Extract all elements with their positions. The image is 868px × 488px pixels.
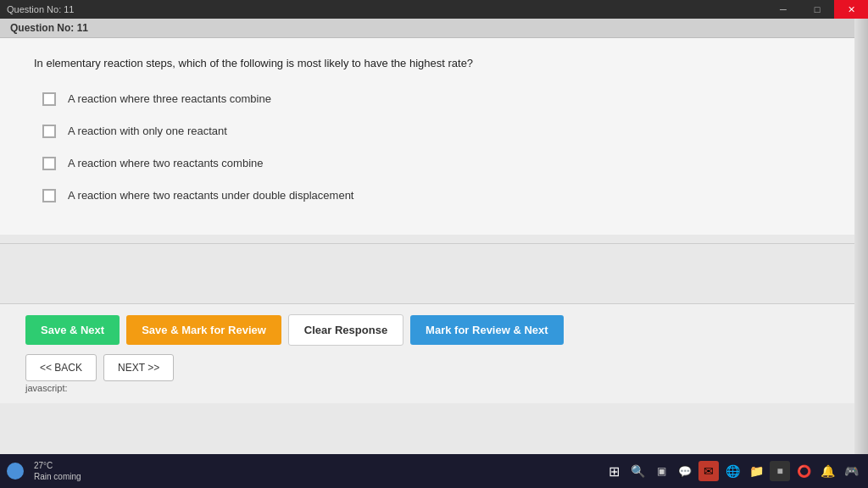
question-header: Question No: 11 bbox=[0, 19, 868, 38]
checkbox-b[interactable] bbox=[42, 125, 56, 138]
app-icon-1[interactable]: 🔔 bbox=[817, 461, 837, 481]
question-text: In elementary reaction steps, which of t… bbox=[34, 55, 834, 72]
action-area: Save & Next Save & Mark for Review Clear… bbox=[0, 303, 868, 403]
save-next-button[interactable]: Save & Next bbox=[25, 315, 120, 345]
top-bar: Question No: 11 ─ □ ✕ bbox=[0, 0, 868, 19]
weather-icon bbox=[7, 463, 24, 480]
weather-temp: 27°C bbox=[34, 460, 81, 471]
checkbox-c[interactable] bbox=[42, 157, 56, 170]
window-controls: ─ □ ✕ bbox=[766, 0, 868, 19]
javascript-label: javascript: bbox=[25, 383, 843, 393]
next-button[interactable]: NEXT >> bbox=[103, 354, 174, 381]
weather-info: 27°C Rain coming bbox=[34, 460, 81, 482]
circle-icon[interactable]: ⭕ bbox=[793, 461, 814, 481]
checkbox-a[interactable] bbox=[42, 92, 56, 106]
clear-response-button[interactable]: Clear Response bbox=[288, 314, 403, 346]
checkbox-d[interactable] bbox=[42, 189, 56, 202]
navigation-row: << BACK NEXT >> bbox=[25, 354, 843, 381]
weather-desc: Rain coming bbox=[34, 471, 81, 482]
maximize-button[interactable]: □ bbox=[800, 0, 834, 19]
store-icon[interactable]: ■ bbox=[770, 461, 790, 481]
option-b-label: A reaction with only one reactant bbox=[68, 125, 227, 137]
save-mark-review-button[interactable]: Save & Mark for Review bbox=[126, 315, 281, 345]
taskbar-right: ⊞ 🔍 ▣ 💬 ✉ 🌐 📁 ■ ⭕ 🔔 🎮 bbox=[604, 461, 861, 481]
question-number: Question No: 11 bbox=[10, 22, 88, 34]
option-d[interactable]: A reaction where two reactants under dou… bbox=[42, 189, 834, 202]
option-c-label: A reaction where two reactants combine bbox=[68, 157, 264, 169]
back-button[interactable]: << BACK bbox=[25, 354, 97, 381]
app-icon-2[interactable]: 🎮 bbox=[841, 461, 861, 481]
mail-icon[interactable]: ✉ bbox=[698, 461, 719, 481]
mark-review-next-button[interactable]: Mark for Review & Next bbox=[410, 315, 564, 345]
files-icon[interactable]: 📁 bbox=[746, 461, 766, 481]
divider bbox=[0, 243, 868, 244]
question-body: In elementary reaction steps, which of t… bbox=[0, 38, 868, 235]
windows-start-icon[interactable]: ⊞ bbox=[604, 461, 624, 481]
option-b[interactable]: A reaction with only one reactant bbox=[42, 125, 834, 138]
options-list: A reaction where three reactants combine… bbox=[34, 92, 834, 202]
option-d-label: A reaction where two reactants under dou… bbox=[68, 189, 353, 202]
search-taskbar-icon[interactable]: 🔍 bbox=[627, 461, 648, 481]
option-a-label: A reaction where three reactants combine bbox=[68, 92, 271, 105]
primary-button-row: Save & Next Save & Mark for Review Clear… bbox=[25, 314, 843, 346]
right-panel bbox=[854, 19, 868, 454]
option-c[interactable]: A reaction where two reactants combine bbox=[42, 157, 834, 170]
edge-icon[interactable]: 🌐 bbox=[722, 461, 743, 481]
minimize-button[interactable]: ─ bbox=[766, 0, 800, 19]
taskbar: 27°C Rain coming ⊞ 🔍 ▣ 💬 ✉ 🌐 📁 ■ ⭕ 🔔 🎮 bbox=[0, 454, 868, 488]
option-a[interactable]: A reaction where three reactants combine bbox=[42, 92, 834, 106]
taskbar-left: 27°C Rain coming bbox=[7, 460, 81, 482]
close-button[interactable]: ✕ bbox=[834, 0, 868, 19]
taskview-icon[interactable]: ▣ bbox=[651, 461, 671, 481]
chat-icon[interactable]: 💬 bbox=[675, 461, 695, 481]
top-bar-title: Question No: 11 bbox=[7, 4, 75, 14]
main-content: Question No: 11 In elementary reaction s… bbox=[0, 19, 868, 454]
